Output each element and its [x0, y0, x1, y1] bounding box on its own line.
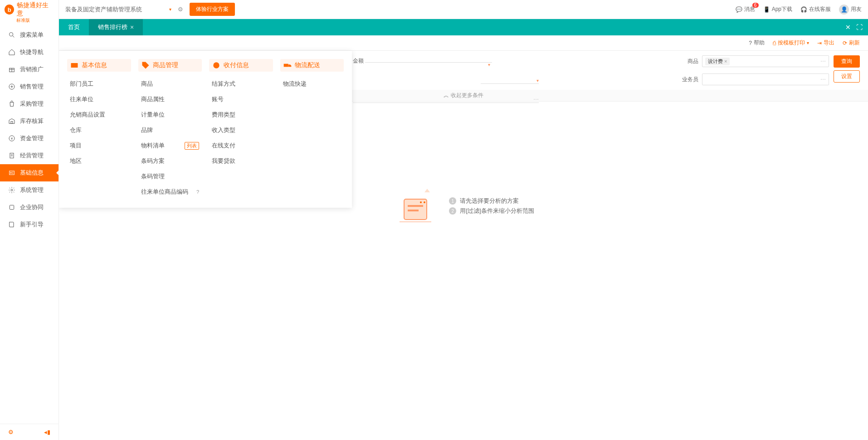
svg-point-16	[11, 189, 13, 191]
flyout-item-expense-type[interactable]: 费用类型	[209, 107, 273, 122]
brand-edition: 标准版	[0, 17, 59, 24]
svg-point-25	[424, 201, 425, 203]
flyout-item-loan[interactable]: 我要贷款	[209, 153, 273, 169]
query-button[interactable]: 查询	[834, 55, 860, 68]
svg-rect-21	[404, 199, 427, 220]
salesperson-label: 业务员	[680, 76, 698, 83]
tab-home[interactable]: 首页	[59, 19, 89, 35]
nav-quick[interactable]: 快捷导航	[0, 44, 59, 61]
print-button[interactable]: ⎙按模板打印▾	[773, 39, 809, 47]
svg-rect-23	[408, 210, 419, 211]
product-input[interactable]: 设计费 × ⋯	[702, 55, 829, 67]
truck-icon	[283, 61, 292, 70]
settings-button[interactable]: 设置	[834, 70, 860, 83]
settings-icon[interactable]: ⚙	[8, 429, 14, 435]
nav-finance[interactable]: ¥ 资金管理	[0, 130, 59, 147]
flyout-item-region[interactable]: 地区	[67, 153, 131, 169]
close-all-tabs-icon[interactable]: ✕	[845, 24, 851, 31]
avatar-icon: 👤	[839, 5, 849, 15]
flyout-item-dept-staff[interactable]: 部门员工	[67, 76, 131, 92]
flyout-item-online-pay[interactable]: 在线支付	[209, 138, 273, 153]
tab-bar: 首页 销售排行榜 × ✕ ⛶	[59, 19, 868, 35]
warehouse-icon	[8, 117, 15, 125]
filter-unknown-dropdown[interactable]: ▾	[481, 77, 539, 84]
nav-business[interactable]: 经营管理	[0, 147, 59, 164]
print-icon: ⎙	[773, 40, 776, 46]
more-icon: ⋯	[533, 96, 539, 103]
nav-system[interactable]: 系统管理	[0, 181, 59, 199]
export-button[interactable]: ⇥导出	[817, 39, 834, 47]
user-menu[interactable]: 👤 用友	[839, 5, 862, 15]
chevron-down-icon: ▾	[536, 78, 539, 83]
nav-guide[interactable]: 新手引导	[0, 216, 59, 233]
nav-search-menu[interactable]: 搜索菜单	[0, 26, 59, 44]
more-icon[interactable]: ⋯	[820, 58, 826, 64]
empty-step-2: 用[过滤]条件来缩小分析范围	[460, 207, 534, 215]
fullscreen-icon[interactable]: ⛶	[856, 24, 863, 31]
filter-amount-partial[interactable]: 金额 ▾	[353, 57, 492, 65]
try-industry-button[interactable]: 体验行业方案	[190, 3, 235, 16]
app-download-button[interactable]: 📱 App下载	[763, 5, 792, 13]
svg-rect-18	[71, 63, 78, 68]
flyout-item-income-type[interactable]: 收入类型	[209, 122, 273, 138]
chevron-down-icon: ▾	[169, 7, 171, 12]
svg-rect-9	[10, 153, 14, 158]
nav-basic-info[interactable]: 基础信息	[0, 164, 59, 181]
flyout-item-goods[interactable]: 商品	[138, 76, 202, 92]
online-service-button[interactable]: 🎧 在线客服	[800, 5, 831, 13]
filter-area: 基本信息 部门员工 往来单位 允销商品设置 仓库 项目 地区 商品管理	[59, 51, 868, 90]
flyout-item-warehouse[interactable]: 仓库	[67, 122, 131, 138]
list-badge[interactable]: 列表	[185, 142, 199, 150]
flyout-item-partner-codes[interactable]: 往来单位商品编码?	[138, 184, 202, 200]
flyout-item-contacts[interactable]: 往来单位	[67, 92, 131, 107]
flyout-item-bom[interactable]: 物料清单列表	[138, 138, 202, 153]
svg-rect-17	[10, 205, 14, 209]
flyout-section-logistics: 物流配送	[280, 59, 344, 72]
flyout-section-goods: 商品管理	[138, 59, 202, 72]
system-settings-icon[interactable]: ⚙	[178, 6, 183, 13]
nav-purchase[interactable]: 采购管理	[0, 95, 59, 112]
brand-icon: b	[5, 5, 14, 15]
flyout-item-barcode-scheme[interactable]: 条码方案	[138, 153, 202, 169]
flyout-item-brand[interactable]: 品牌	[138, 122, 202, 138]
headset-icon: 🎧	[800, 6, 807, 13]
flyout-item-goods-attr[interactable]: 商品属性	[138, 92, 202, 107]
nav-sales[interactable]: 销售管理	[0, 78, 59, 95]
tag-remove-icon[interactable]: ×	[724, 59, 727, 64]
flyout-item-project[interactable]: 项目	[67, 138, 131, 153]
cart-icon	[8, 83, 15, 90]
flyout-item-unit[interactable]: 计量单位	[138, 107, 202, 122]
flyout-item-allowed-goods[interactable]: 允销商品设置	[67, 107, 131, 122]
book-icon	[8, 221, 15, 228]
flyout-section-payment: 收付信息	[209, 59, 273, 72]
gift-icon	[8, 66, 15, 73]
system-select[interactable]: 装备及固定资产辅助管理系统 ▾	[65, 5, 171, 14]
brand-name: 畅捷通好生意	[17, 1, 54, 18]
svg-rect-20	[283, 64, 288, 67]
brand-logo[interactable]: b 畅捷通好生意	[0, 0, 59, 19]
nav-inventory[interactable]: 库存核算	[0, 112, 59, 130]
topbar: 装备及固定资产辅助管理系统 ▾ ⚙ 体验行业方案 💬 消息 6 📱 App下载 …	[59, 0, 868, 19]
flyout-item-express[interactable]: 物流快递	[280, 76, 344, 92]
sidebar: b 畅捷通好生意 标准版 搜索菜单 快捷导航 营销推广 销售管理	[0, 0, 59, 440]
salesperson-input[interactable]: ⋯	[702, 73, 829, 85]
product-label: 商品	[680, 58, 698, 65]
flyout-item-account[interactable]: 账号	[209, 92, 273, 107]
tab-sales-ranking[interactable]: 销售排行榜 ×	[89, 19, 143, 35]
collapse-sidebar-icon[interactable]: ◂▮	[44, 429, 50, 435]
svg-point-13	[10, 172, 12, 174]
help-icon[interactable]: ?	[196, 189, 199, 195]
close-icon[interactable]: ×	[130, 24, 134, 31]
chevron-down-icon: ▾	[488, 62, 490, 67]
id-card-icon	[70, 61, 79, 70]
flyout-item-barcode-mgmt[interactable]: 条码管理	[138, 169, 202, 184]
flyout-item-settlement[interactable]: 结算方式	[209, 76, 273, 92]
nav-enterprise[interactable]: 企业协同	[0, 199, 59, 216]
flyout-section-basic: 基本信息	[67, 59, 131, 72]
refresh-button[interactable]: ⟳刷新	[843, 39, 860, 47]
filter-unknown-input[interactable]: ⋯	[353, 96, 539, 103]
messages-button[interactable]: 💬 消息 6	[736, 5, 755, 13]
more-icon[interactable]: ⋯	[820, 76, 826, 83]
help-button[interactable]: ?帮助	[749, 39, 765, 47]
nav-marketing[interactable]: 营销推广	[0, 61, 59, 78]
